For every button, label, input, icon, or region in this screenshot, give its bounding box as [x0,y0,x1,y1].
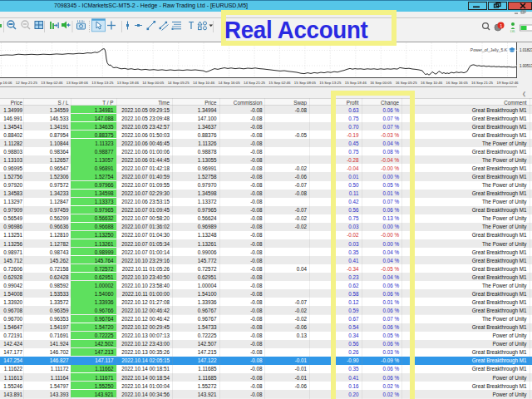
svg-text:1: 1 [500,23,502,28]
svg-text:LVL: LVL [510,30,515,33]
